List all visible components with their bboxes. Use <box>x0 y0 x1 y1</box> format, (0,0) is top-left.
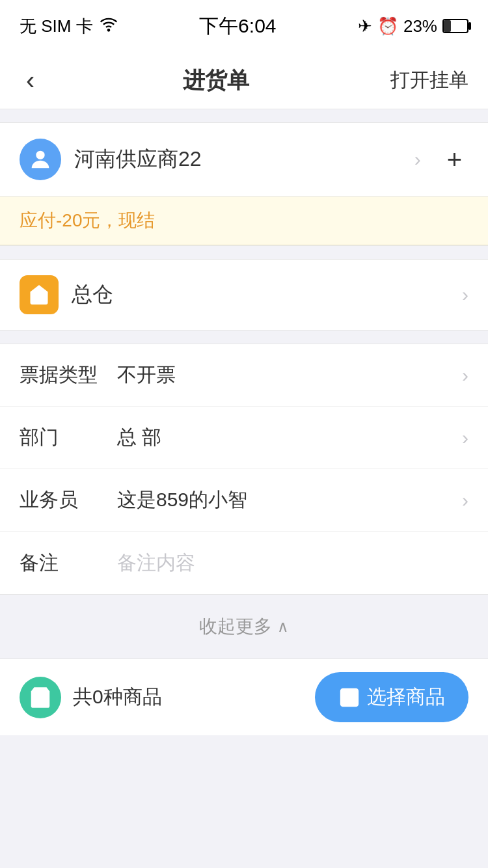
select-product-button[interactable]: 选择商品 <box>315 672 468 722</box>
status-right: ✈ ⏰ 23% <box>358 16 468 36</box>
remark-row[interactable]: 备注 备注内容 <box>0 532 488 594</box>
notice-bar: 应付-20元，现结 <box>0 197 488 245</box>
select-product-label: 选择商品 <box>367 684 445 711</box>
page-title: 进货单 <box>183 66 249 96</box>
svg-point-0 <box>108 29 109 31</box>
warehouse-row[interactable]: 总仓 › <box>0 260 488 330</box>
department-value: 总 部 <box>111 424 462 451</box>
product-count-text: 共0种商品 <box>73 684 162 711</box>
supplier-name: 河南供应商22 <box>74 145 414 174</box>
page-bottom <box>0 735 488 868</box>
salesperson-value: 这是859的小智 <box>111 487 462 513</box>
remark-label: 备注 <box>20 550 111 576</box>
alarm-icon: ⏰ <box>377 16 398 36</box>
supplier-chevron-icon: › <box>414 148 421 170</box>
battery-icon <box>442 19 468 33</box>
form-section: 票据类型 不开票 › 部门 总 部 › 业务员 这是859的小智 › 备注 备注… <box>0 344 488 595</box>
bottom-bar: 共0种商品 选择商品 <box>0 658 488 735</box>
product-count-section: 共0种商品 <box>20 677 162 718</box>
gap-3 <box>0 331 488 344</box>
status-time: 下午6:04 <box>199 13 276 40</box>
status-bar: 无 SIM 卡 下午6:04 ✈ ⏰ 23% <box>0 0 488 52</box>
department-chevron-icon: › <box>462 427 468 449</box>
collapse-chevron-icon: ∧ <box>277 617 289 636</box>
salesperson-row[interactable]: 业务员 这是859的小智 › <box>0 469 488 532</box>
status-left: 无 SIM 卡 <box>20 15 118 38</box>
location-icon: ✈ <box>358 16 372 36</box>
invoice-type-label: 票据类型 <box>20 362 111 388</box>
remark-input[interactable]: 备注内容 <box>111 550 468 576</box>
supplier-avatar <box>20 139 61 180</box>
invoice-type-value: 不开票 <box>111 362 462 388</box>
open-pending-button[interactable]: 打开挂单 <box>390 67 468 94</box>
collapse-toggle[interactable]: 收起更多 ∧ <box>0 595 488 658</box>
salesperson-chevron-icon: › <box>462 489 468 511</box>
salesperson-label: 业务员 <box>20 487 111 513</box>
warehouse-name: 总仓 <box>72 280 462 309</box>
back-button[interactable]: ‹ <box>20 59 41 102</box>
collapse-label: 收起更多 <box>199 614 272 639</box>
add-supplier-button[interactable]: + <box>441 145 468 174</box>
gap-2 <box>0 246 488 259</box>
supplier-row[interactable]: 河南供应商22 › + <box>0 123 488 197</box>
svg-point-1 <box>36 151 44 159</box>
carrier-text: 无 SIM 卡 <box>20 15 93 38</box>
warehouse-chevron-icon: › <box>462 284 468 306</box>
department-label: 部门 <box>20 424 111 451</box>
invoice-type-chevron-icon: › <box>462 364 468 387</box>
battery-text: 23% <box>403 16 437 36</box>
product-bag-icon <box>20 677 61 718</box>
notice-text: 应付-20元，现结 <box>20 210 155 230</box>
wifi-icon <box>100 15 118 38</box>
department-row[interactable]: 部门 总 部 › <box>0 407 488 469</box>
supplier-section: 河南供应商22 › + 应付-20元，现结 <box>0 122 488 246</box>
invoice-type-row[interactable]: 票据类型 不开票 › <box>0 344 488 407</box>
gap-1 <box>0 109 488 122</box>
warehouse-section[interactable]: 总仓 › <box>0 259 488 331</box>
nav-bar: ‹ 进货单 打开挂单 <box>0 52 488 109</box>
warehouse-icon <box>20 275 59 314</box>
